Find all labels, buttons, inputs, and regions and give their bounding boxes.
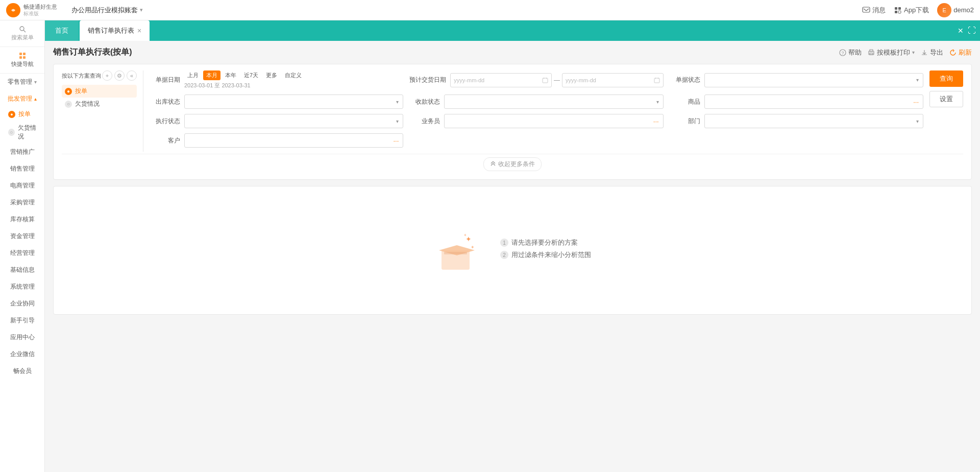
tab-close-all-button[interactable]: ✕	[958, 27, 964, 35]
goods-ellipsis[interactable]: ···	[913, 98, 919, 106]
collection-arrow: ▾	[656, 99, 659, 105]
filter-field-doc-status: 单据状态 ▾	[670, 70, 923, 89]
doc-status-select[interactable]: ▾	[704, 73, 923, 87]
scheme-item-欠货[interactable]: ○ 欠货情况	[62, 98, 137, 110]
goods-input[interactable]: ···	[704, 95, 923, 109]
filter-field-salesperson: 业务员 ···	[409, 114, 663, 128]
dept-select[interactable]: ▾	[704, 114, 923, 128]
search-menu-label: 搜索菜单	[11, 34, 34, 41]
salesperson-ellipsis[interactable]: ···	[653, 117, 659, 125]
filter-row-3: 执行状态 ▾ 业务员 ···	[150, 114, 923, 128]
sidebar-quick-nav[interactable]: 快捷导航	[0, 47, 44, 74]
sidebar-item-system[interactable]: 系统管理	[0, 278, 44, 295]
svg-text:✦: ✦	[471, 245, 475, 250]
tab-close-button[interactable]: ×	[137, 27, 141, 35]
filter-field-date: 单据日期 上月 本月 本年 近7天 更多 自定义 20	[150, 70, 403, 89]
scheme-settings-button[interactable]: ⚙	[114, 70, 125, 81]
tab-sales-exec[interactable]: 销售订单执行表 ×	[80, 20, 150, 41]
sidebar-item-guide[interactable]: 新手引导	[0, 312, 44, 329]
expected-date-start[interactable]: yyyy-mm-dd	[450, 73, 552, 87]
hint-1-text: 请先选择要分析的方案	[511, 238, 578, 247]
settings-button[interactable]: 设置	[929, 91, 963, 107]
sidebar-item-inventory[interactable]: 库存核算	[0, 211, 44, 228]
svg-rect-27	[444, 252, 467, 254]
doc-status-arrow: ▾	[916, 77, 919, 83]
scheme-item-按单[interactable]: ● 按单	[62, 85, 137, 98]
collapse-button[interactable]: 收起更多条件	[483, 157, 542, 171]
sidebar-item-wechat[interactable]: 企业微信	[0, 346, 44, 363]
sidebar-item-finance[interactable]: 资金管理	[0, 228, 44, 245]
shipment-arrow: ▾	[396, 99, 399, 105]
sub-icon-按单: ●	[8, 111, 15, 118]
top-bar: 畅捷通好生意 标准版 办公用品行业模拟账套 ▾ 消息 App下载 E demo2	[0, 0, 980, 20]
collection-select[interactable]: ▾	[444, 95, 663, 109]
exec-status-arrow: ▾	[396, 119, 399, 124]
print-icon	[868, 49, 875, 56]
sidebar-sub-按单[interactable]: ● 按单	[0, 107, 44, 121]
expand-icon: ⛶	[968, 26, 976, 35]
scheme-header: 按以下方案查询 + ⚙ «	[62, 70, 137, 81]
dept-arrow: ▾	[916, 119, 919, 124]
svg-rect-2	[895, 7, 897, 10]
filter-field-shipment: 出库状态 ▾	[150, 95, 403, 109]
expected-date-end[interactable]: yyyy-mm-dd	[562, 73, 664, 87]
refresh-button[interactable]: 刷新	[949, 48, 972, 57]
sidebar-item-member[interactable]: 畅会员	[0, 363, 44, 380]
tab-home[interactable]: 首页	[45, 20, 79, 41]
svg-line-7	[23, 30, 26, 32]
sidebar-search-menu[interactable]: 搜索菜单	[0, 20, 44, 47]
sidebar-item-apps[interactable]: 应用中心	[0, 329, 44, 346]
sidebar-item-marketing[interactable]: 营销推广	[0, 144, 44, 160]
member-label: 畅会员	[13, 367, 32, 375]
prev-month-btn[interactable]: 上月	[184, 70, 202, 80]
tab-bar-actions: ✕ ⛶	[958, 26, 980, 35]
last7-btn[interactable]: 近7天	[241, 70, 261, 80]
sidebar-sub-欠货[interactable]: ○ 欠货情况	[0, 121, 44, 144]
sidebar-item-operations[interactable]: 经营管理	[0, 245, 44, 262]
expected-date-label: 预计交货日期	[409, 76, 446, 84]
sidebar-item-cooperation[interactable]: 企业协同	[0, 295, 44, 312]
date-quick-btns: 上月 本月 本年 近7天 更多 自定义	[184, 70, 403, 80]
this-month-btn[interactable]: 本月	[203, 70, 220, 80]
sidebar-item-retail[interactable]: 零售管理 ▾	[0, 74, 44, 90]
tab-expand-button[interactable]: ⛶	[968, 26, 976, 35]
query-button[interactable]: 查询	[929, 70, 963, 87]
quick-nav-label: 快捷导航	[11, 60, 34, 68]
customer-input[interactable]: ···	[184, 133, 403, 148]
this-year-btn[interactable]: 本年	[222, 70, 239, 80]
sidebar-item-sales[interactable]: 销售管理	[0, 160, 44, 177]
sidebar-item-purchase[interactable]: 采购管理	[0, 194, 44, 211]
top-bar-left: 畅捷通好生意 标准版 办公用品行业模拟账套 ▾	[6, 3, 143, 17]
guide-label: 新手引导	[10, 316, 35, 325]
custom-btn[interactable]: 自定义	[282, 70, 305, 80]
svg-rect-3	[898, 7, 901, 10]
sidebar-item-basics[interactable]: 基础信息	[0, 262, 44, 278]
expected-date-start-placeholder: yyyy-mm-dd	[454, 77, 484, 83]
svg-rect-16	[870, 53, 873, 55]
message-button[interactable]: 消息	[862, 6, 886, 15]
help-icon: ?	[839, 49, 846, 56]
export-button[interactable]: 导出	[921, 48, 943, 57]
svg-rect-17	[543, 78, 548, 83]
operations-label: 经营管理	[10, 249, 35, 257]
shipment-select[interactable]: ▾	[184, 95, 403, 109]
sidebar: 搜索菜单 快捷导航 零售管理 ▾ 批发管理 ▴ ● 按单 ○ 欠货情况 营销推广…	[0, 20, 45, 472]
marketing-label: 营销推广	[10, 148, 35, 156]
sidebar-item-ecommerce[interactable]: 电商管理	[0, 177, 44, 194]
sidebar-item-wholesale[interactable]: 批发管理 ▴	[0, 90, 44, 107]
scheme-item-icon-欠货: ○	[65, 101, 72, 108]
more-btn[interactable]: 更多	[263, 70, 280, 80]
company-selector[interactable]: 办公用品行业模拟账套 ▾	[71, 6, 143, 15]
retail-arrow: ▾	[34, 79, 37, 85]
app-download-button[interactable]: App下载	[894, 6, 929, 15]
user-menu[interactable]: E demo2	[937, 3, 974, 17]
salesperson-input[interactable]: ···	[444, 114, 663, 128]
customer-ellipsis[interactable]: ···	[393, 137, 399, 145]
help-button[interactable]: ? 帮助	[839, 48, 862, 57]
print-button[interactable]: 按模板打印 ▾	[868, 48, 915, 57]
collapse-label: 收起更多条件	[498, 160, 535, 169]
exec-status-select[interactable]: ▾	[184, 114, 403, 128]
scheme-collapse-button[interactable]: «	[127, 70, 137, 81]
finance-label: 资金管理	[10, 232, 35, 241]
scheme-add-button[interactable]: +	[102, 70, 112, 81]
